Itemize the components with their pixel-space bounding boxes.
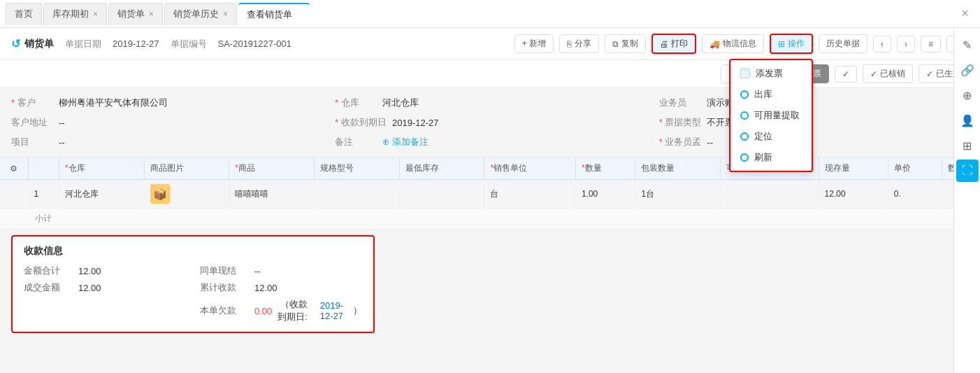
warehouse-value: 河北仓库 bbox=[382, 97, 419, 109]
sidebar-edit-icon[interactable]: ✎ bbox=[956, 34, 979, 56]
tab-inventory[interactable]: 库存期初 × bbox=[43, 3, 107, 25]
cancelled-button[interactable]: ✓ 已核销 bbox=[863, 64, 913, 83]
nav-prev-button[interactable]: ‹ bbox=[873, 36, 891, 52]
row-qty: 1.00 bbox=[575, 180, 635, 209]
subtotal-row: 小计 bbox=[0, 209, 980, 230]
check-icon-2: ✓ bbox=[926, 69, 933, 79]
tab-close-view-sales[interactable]: × bbox=[296, 10, 301, 20]
balance-value: 0.00 bbox=[254, 306, 272, 316]
payment-title: 收款信息 bbox=[24, 245, 362, 258]
operations-dropdown: ⊞ 操作 添发票 出库 可用 bbox=[770, 34, 813, 54]
new-button[interactable]: + 新增 bbox=[514, 34, 554, 53]
plus-icon: ⊕ bbox=[382, 136, 389, 147]
history-button[interactable]: 历史单据 bbox=[819, 34, 867, 53]
product-image: 📦 bbox=[150, 184, 170, 204]
document-meta: 单据日期 2019-12-27 单据编号 SA-20191227-001 bbox=[65, 38, 291, 50]
total-row: 金额合计 12.00 bbox=[24, 265, 186, 277]
tab-sales-history[interactable]: 销货单历史 × bbox=[164, 3, 237, 25]
window-close-button[interactable]: × bbox=[956, 3, 974, 24]
tab-home[interactable]: 首页 bbox=[6, 3, 42, 25]
operations-button[interactable]: ⊞ 操作 bbox=[770, 34, 813, 54]
col-warehouse: *仓库 bbox=[59, 157, 144, 180]
warehouse-row: 仓库 河北仓库 bbox=[335, 97, 644, 109]
view-list-button[interactable]: ≡ bbox=[921, 36, 941, 52]
copy-icon: ⧉ bbox=[612, 39, 619, 49]
share-icon: ⎘ bbox=[567, 39, 572, 49]
print-button[interactable]: 🖨 打印 bbox=[651, 34, 696, 54]
same-settlement-value: -- bbox=[254, 266, 261, 276]
tab-close-inventory[interactable]: × bbox=[93, 9, 98, 19]
sub-action-bar: 📱 来自手机 未开票 ✓ ✓ 已核销 ✓ 已生效 bbox=[0, 60, 980, 88]
salesperson-row: 业务员孟 -- bbox=[659, 136, 969, 148]
cumulative-label: 累计收款 bbox=[200, 281, 249, 294]
subtotal-label: 小计 bbox=[0, 209, 980, 230]
total-label: 金额合计 bbox=[24, 265, 73, 277]
col-product: *商品 bbox=[229, 157, 315, 180]
tab-close-sales[interactable]: × bbox=[149, 9, 154, 19]
col-settings[interactable]: ⚙ bbox=[0, 157, 28, 180]
cumulative-value: 12.00 bbox=[254, 283, 278, 293]
tab-view-sales[interactable]: 查看销货单 × bbox=[238, 3, 310, 25]
transaction-row: 成交金额 12.00 bbox=[24, 281, 186, 294]
ticket-type-label: 票据类型 bbox=[659, 116, 702, 129]
balance-note-close: ） bbox=[353, 304, 362, 317]
salesperson-label: 业务员孟 bbox=[659, 136, 702, 148]
sidebar-expand-icon[interactable]: ⛶ bbox=[956, 160, 979, 182]
row-seq: 1 bbox=[28, 180, 59, 209]
due-date-label: 收款到期日 bbox=[335, 116, 387, 129]
share-button[interactable]: ⎘ 分享 bbox=[559, 34, 599, 53]
right-sidebar: ✎ 🔗 ⊕ 👤 ⊞ ⛶ bbox=[953, 28, 980, 339]
salesperson-value: -- bbox=[707, 137, 713, 148]
note-label: 备注 bbox=[335, 136, 377, 148]
print-icon: 🖨 bbox=[660, 39, 668, 49]
form-section: 客户 柳州粤港平安气体有限公司 仓库 河北仓库 业务员 演示账号 客户地址 --… bbox=[0, 88, 980, 157]
balance-note: （收款到期日: bbox=[278, 298, 314, 323]
locate-item[interactable]: 定位 bbox=[730, 126, 812, 147]
operations-menu: 添发票 出库 可用量提取 定位 bbox=[729, 59, 813, 172]
confirm-button[interactable]: ✓ bbox=[835, 66, 857, 83]
grid-icon: ⊞ bbox=[778, 39, 785, 49]
project-row: 项目 -- bbox=[11, 136, 321, 148]
col-unit-price: 单价 bbox=[888, 157, 942, 180]
tab-sales[interactable]: 销货单 × bbox=[108, 3, 163, 25]
col-pack-qty: 包装数量 bbox=[635, 157, 721, 180]
staff-label: 业务员 bbox=[659, 97, 701, 109]
same-settlement-label: 同单现结 bbox=[200, 265, 249, 277]
address-label: 客户地址 bbox=[11, 116, 53, 129]
note-row: 备注 ⊕ 添加备注 bbox=[335, 136, 644, 148]
col-seq bbox=[28, 157, 59, 180]
row-settings[interactable] bbox=[0, 180, 28, 209]
ticket-type-row: 票据类型 不开票 bbox=[659, 116, 969, 129]
cumulative-row: 累计收款 12.00 bbox=[200, 281, 362, 294]
add-invoice-item[interactable]: 添发票 bbox=[730, 63, 812, 84]
customer-label: 客户 bbox=[11, 97, 53, 109]
refresh-item[interactable]: 刷新 bbox=[730, 147, 812, 168]
project-label: 项目 bbox=[11, 136, 53, 148]
circle-icon-4 bbox=[740, 153, 749, 162]
warehouse-label: 仓库 bbox=[335, 97, 377, 109]
row-unit-price: 0. bbox=[888, 180, 942, 209]
row-current-stock: 12.00 bbox=[819, 180, 888, 209]
copy-button[interactable]: ⧉ 复制 bbox=[605, 34, 646, 53]
document-icon: ↺ bbox=[11, 37, 20, 50]
row-product: 嘻嘻嘻嘻 bbox=[229, 180, 315, 209]
total-value: 12.00 bbox=[78, 266, 101, 276]
address-value: -- bbox=[59, 118, 65, 128]
sidebar-grid-icon[interactable]: ⊞ bbox=[956, 134, 979, 157]
nav-next-button[interactable]: › bbox=[897, 36, 915, 52]
sidebar-link-icon[interactable]: 🔗 bbox=[956, 59, 979, 81]
sidebar-user-icon[interactable]: 👤 bbox=[956, 109, 979, 132]
due-date-row: 收款到期日 2019-12-27 bbox=[335, 116, 644, 129]
sidebar-circle-plus-icon[interactable]: ⊕ bbox=[956, 84, 979, 106]
add-note-button[interactable]: ⊕ 添加备注 bbox=[382, 136, 428, 148]
outbound-item[interactable]: 出库 bbox=[730, 84, 812, 105]
circle-icon-3 bbox=[740, 132, 749, 141]
available-qty-item[interactable]: 可用量提取 bbox=[730, 105, 812, 126]
document-actions: + 新增 ⎘ 分享 ⧉ 复制 🖨 打印 🚚 物流信息 bbox=[514, 34, 969, 54]
row-available bbox=[721, 180, 819, 209]
tab-close-sales-history[interactable]: × bbox=[223, 9, 228, 19]
transaction-value: 12.00 bbox=[78, 283, 101, 293]
row-sales-unit: 台 bbox=[484, 180, 575, 209]
logistics-button[interactable]: 🚚 物流信息 bbox=[702, 34, 764, 53]
col-qty: *数量 bbox=[575, 157, 635, 180]
